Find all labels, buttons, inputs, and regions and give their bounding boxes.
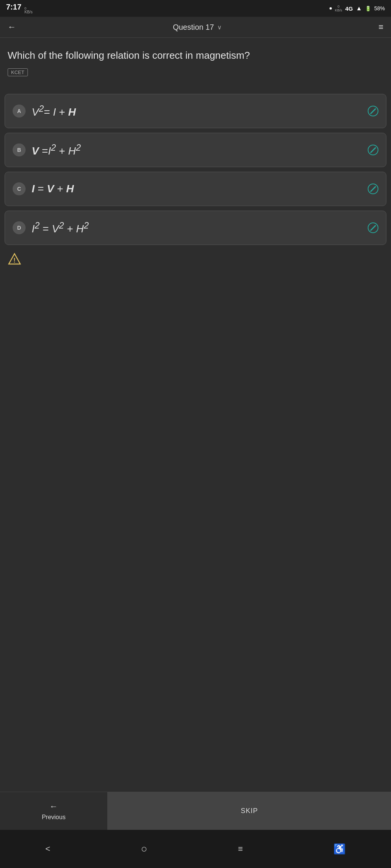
status-left: 7:17 0 KB/s bbox=[6, 3, 32, 14]
skip-button[interactable]: SKIP bbox=[108, 792, 391, 830]
option-b-formula: V =I2 + H2 bbox=[32, 143, 364, 157]
signal-dot bbox=[330, 7, 332, 10]
system-back-button[interactable]: < bbox=[45, 844, 50, 854]
status-bar: 7:17 0 KB/s 0 KB/s 4G ▲ 🔋 58% bbox=[0, 0, 391, 17]
svg-text:!: ! bbox=[13, 257, 15, 264]
nav-title: Question 17 ∨ bbox=[173, 23, 222, 32]
option-a-block-icon bbox=[368, 106, 378, 116]
status-time: 7:17 bbox=[6, 3, 21, 11]
option-d-letter: D bbox=[13, 221, 26, 234]
status-kbs: KB/s bbox=[24, 10, 32, 14]
options-list: A V2= I + H B V =I2 + H2 C I = V + H D I… bbox=[0, 94, 391, 245]
warning-area: ! bbox=[0, 245, 391, 275]
system-accessibility-button[interactable]: ♿ bbox=[333, 843, 346, 855]
question-text: Which of the following relation is corre… bbox=[8, 48, 383, 62]
battery-icon: 🔋 bbox=[365, 6, 371, 11]
system-recent-button[interactable]: ≡ bbox=[238, 844, 243, 854]
bottom-nav: ← Previous SKIP bbox=[0, 792, 391, 830]
previous-button[interactable]: ← Previous bbox=[0, 792, 108, 830]
menu-button[interactable]: ≡ bbox=[378, 22, 383, 32]
option-b-card[interactable]: B V =I2 + H2 bbox=[5, 133, 386, 167]
previous-arrow-icon: ← bbox=[50, 802, 58, 812]
option-d-formula: I2 = V2 + H2 bbox=[32, 221, 364, 235]
system-bar: < ○ ≡ ♿ bbox=[0, 830, 391, 868]
system-home-button[interactable]: ○ bbox=[141, 843, 147, 855]
option-c-block-icon bbox=[368, 184, 378, 194]
signal-bars-icon: ▲ bbox=[356, 5, 362, 12]
status-kbs2: KB/s bbox=[335, 8, 342, 12]
back-button[interactable]: ← bbox=[8, 22, 16, 32]
option-d-card[interactable]: D I2 = V2 + H2 bbox=[5, 211, 386, 245]
warning-icon: ! bbox=[8, 253, 21, 265]
question-tag: KCET bbox=[8, 68, 28, 76]
option-d-block-icon bbox=[368, 222, 378, 233]
question-title-label: Question 17 bbox=[173, 23, 214, 32]
option-c-card[interactable]: C I = V + H bbox=[5, 172, 386, 206]
nav-bar: ← Question 17 ∨ ≡ bbox=[0, 17, 391, 38]
option-a-letter: A bbox=[13, 105, 26, 118]
battery-level: 58% bbox=[374, 5, 385, 11]
previous-label: Previous bbox=[42, 814, 65, 821]
option-c-letter: C bbox=[13, 182, 26, 195]
skip-label: SKIP bbox=[241, 807, 258, 815]
status-right: 0 KB/s 4G ▲ 🔋 58% bbox=[330, 5, 385, 12]
option-a-formula: V2= I + H bbox=[32, 104, 364, 118]
option-a-card[interactable]: A V2= I + H bbox=[5, 94, 386, 128]
option-b-block-icon bbox=[368, 145, 378, 155]
option-c-formula: I = V + H bbox=[32, 183, 364, 195]
title-chevron-icon[interactable]: ∨ bbox=[217, 24, 222, 31]
network-label: 4G bbox=[345, 5, 353, 12]
status-kbs2-top: 0 bbox=[338, 5, 339, 8]
question-area: Which of the following relation is corre… bbox=[0, 38, 391, 94]
option-b-letter: B bbox=[13, 143, 26, 156]
